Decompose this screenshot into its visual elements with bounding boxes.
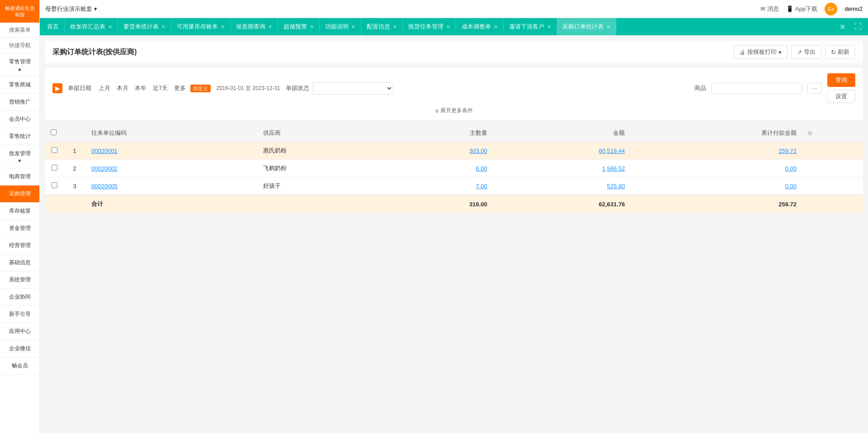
row-main-qty-2[interactable]: 6.00	[385, 160, 492, 177]
row-amount-1[interactable]: 60,519.44	[493, 142, 631, 160]
row-unit-code-1[interactable]: 00020001	[86, 142, 258, 160]
export-icon: ↗	[797, 49, 802, 56]
tab-close-icon[interactable]: ✕	[108, 24, 112, 30]
row-paid-amount-1[interactable]: 259.72	[630, 142, 802, 160]
sidebar-item-wholesale[interactable]: 批发管理▼	[0, 145, 39, 168]
sidebar-item-member[interactable]: 会员中心	[0, 111, 39, 128]
sidebar-item-finance[interactable]: 资金管理	[0, 220, 39, 237]
sidebar-shortcut[interactable]: 快捷导航	[0, 38, 39, 53]
tab-close-all-btn[interactable]: ✕	[837, 22, 848, 32]
row-checkbox[interactable]	[52, 182, 57, 188]
tab-invite-downstream[interactable]: 邀请下游客户✕	[504, 18, 557, 35]
tab-config-info[interactable]: 配置信息✕	[361, 18, 403, 35]
goods-input[interactable]	[712, 83, 802, 94]
date-label: 单据日期	[68, 84, 91, 92]
gear-icon[interactable]: ⚙	[807, 130, 813, 137]
date-shortcut-this-month[interactable]: 本月	[115, 83, 130, 93]
more-filter-btn[interactable]: ···	[807, 83, 822, 94]
row-paid-amount-3[interactable]: 0.00	[630, 177, 802, 195]
export-btn[interactable]: ↗ 导出	[791, 45, 821, 59]
tab-close-icon[interactable]: ✕	[310, 24, 314, 30]
filter-area: ▶ 单据日期 上月 本月 本年 近7天 更多 自定义 2016-01-01 至 …	[45, 68, 863, 120]
tab-close-icon[interactable]: ✕	[221, 24, 225, 30]
sidebar-item-stock[interactable]: 库存核算	[0, 203, 39, 220]
row-paid-amount-2[interactable]: 0.00	[630, 160, 802, 177]
workspace-title[interactable]: 母婴行业演示账套 ▾	[45, 5, 760, 13]
nav-tabs: 首页 收发存汇总表✕ 要货单统计表✕ 可用量库存账本✕ 保质期查询✕ 超储预警✕…	[40, 18, 868, 35]
sidebar-search[interactable]: 搜索菜单	[0, 23, 39, 38]
tab-expand-btn[interactable]: ⛶	[852, 22, 864, 32]
date-shortcut-last-month[interactable]: 上月	[97, 83, 112, 93]
data-table: 往来单位编码 供应商 主数量 金额 累计付款金额 ⚙ 1 00020001 惠氏…	[45, 124, 863, 213]
tab-close-icon[interactable]: ✕	[393, 24, 397, 30]
print-icon: 🖨	[740, 49, 745, 56]
sidebar-item-app-center[interactable]: 应用中心	[0, 323, 39, 340]
tab-close-icon[interactable]: ✕	[494, 24, 498, 30]
date-shortcuts: 上月 本月 本年 近7天 更多 自定义	[97, 83, 211, 93]
custom-date-badge[interactable]: 自定义	[190, 85, 211, 92]
row-checkbox[interactable]	[52, 147, 57, 153]
avatar[interactable]: Ea	[825, 3, 837, 15]
tab-close-active-icon[interactable]: ✕	[606, 24, 610, 30]
tab-close-icon[interactable]: ✕	[351, 24, 355, 30]
row-main-qty-1[interactable]: 303.00	[385, 142, 492, 160]
sidebar-item-wechat[interactable]: 企业微信	[0, 340, 39, 357]
query-btn[interactable]: 查询	[827, 73, 855, 87]
sidebar-item-ecommerce[interactable]: 电商管理	[0, 168, 39, 186]
filter-toggle-btn[interactable]: ▶	[52, 83, 62, 93]
template-print-btn[interactable]: 🖨 按模板打印 ▾	[734, 45, 788, 59]
tab-close-icon[interactable]: ✕	[268, 24, 272, 30]
select-all-checkbox[interactable]	[51, 129, 57, 135]
row-unit-code-2[interactable]: 00020002	[86, 160, 258, 177]
sidebar-item-retail-shop[interactable]: 零售商城	[0, 76, 39, 94]
sidebar-item-enterprise[interactable]: 企业协同	[0, 289, 39, 306]
refresh-btn[interactable]: ↻ 刷新	[825, 45, 855, 59]
sidebar-item-marketing[interactable]: 营销推广	[0, 94, 39, 111]
sidebar-item-vip[interactable]: 畅会员	[0, 357, 39, 375]
app-download-btn[interactable]: 📱 App下载	[786, 5, 817, 13]
sidebar-item-basic[interactable]: 基础信息	[0, 254, 39, 271]
tab-pick-task[interactable]: 拣货任务管理✕	[403, 18, 456, 35]
row-amount-2[interactable]: 1,586.52	[493, 160, 631, 177]
table-row: 2 00020002 飞鹤奶粉 6.00 1,586.52 0.00	[45, 160, 863, 177]
sidebar-item-system[interactable]: 系统管理	[0, 271, 39, 289]
tab-order-summary[interactable]: 要货单统计表✕	[118, 18, 171, 35]
tab-close-icon[interactable]: ✕	[547, 24, 551, 30]
tab-receive-summary[interactable]: 收发存汇总表✕	[65, 18, 118, 35]
sidebar-item-purchase[interactable]: 采购管理	[0, 186, 39, 203]
date-shortcut-7days[interactable]: 近7天	[151, 83, 170, 93]
main-area: 母婴行业演示账套 ▾ ✉ 消息 📱 App下载 Ea demo2 首页 收发存汇…	[40, 0, 868, 433]
tab-available-stock[interactable]: 可用量库存账本✕	[171, 18, 231, 35]
row-checkbox[interactable]	[52, 165, 57, 171]
tab-overstock-warn[interactable]: 超储预警✕	[278, 18, 320, 35]
row-amount-3[interactable]: 525.80	[493, 177, 631, 195]
row-unit-code-3[interactable]: 00020005	[86, 177, 258, 195]
row-main-qty-3[interactable]: 7.00	[385, 177, 492, 195]
tab-close-icon[interactable]: ✕	[446, 24, 450, 30]
tab-purchase-stat[interactable]: 采购订单统计表✕	[557, 18, 616, 35]
message-btn[interactable]: ✉ 消息	[760, 5, 779, 13]
tab-expiry-query[interactable]: 保质期查询✕	[231, 18, 278, 35]
sidebar-item-retail-stat[interactable]: 零售统计	[0, 128, 39, 145]
tab-function-desc[interactable]: 功能说明✕	[320, 18, 361, 35]
template-arrow-icon: ▾	[778, 49, 782, 56]
tab-close-icon[interactable]: ✕	[161, 24, 165, 30]
status-select[interactable]	[312, 82, 393, 95]
refresh-icon: ↻	[831, 49, 836, 56]
username: demo2	[844, 5, 863, 12]
table-wrap: 往来单位编码 供应商 主数量 金额 累计付款金额 ⚙ 1 00020001 惠氏…	[45, 124, 863, 213]
sidebar-item-ops[interactable]: 经营管理	[0, 237, 39, 254]
row-extra-2	[802, 160, 863, 177]
row-supplier-3: 好孩子	[258, 177, 386, 195]
date-shortcut-more[interactable]: 更多	[172, 83, 188, 93]
settings-btn[interactable]: 设置	[827, 90, 855, 103]
tab-cost-adjust[interactable]: 成本调整单✕	[456, 18, 504, 35]
expand-row: ∨ 展开更多条件	[52, 107, 855, 114]
th-gear[interactable]: ⚙	[802, 124, 863, 142]
date-shortcut-this-year[interactable]: 本年	[133, 83, 148, 93]
tab-home[interactable]: 首页	[42, 18, 65, 35]
expand-conditions-btn[interactable]: ∨ 展开更多条件	[435, 107, 473, 114]
sidebar-item-retail-mgmt[interactable]: 零售管理▲	[0, 53, 39, 76]
th-amount: 金额	[493, 124, 631, 142]
sidebar-item-newbie[interactable]: 新手引导	[0, 306, 39, 323]
